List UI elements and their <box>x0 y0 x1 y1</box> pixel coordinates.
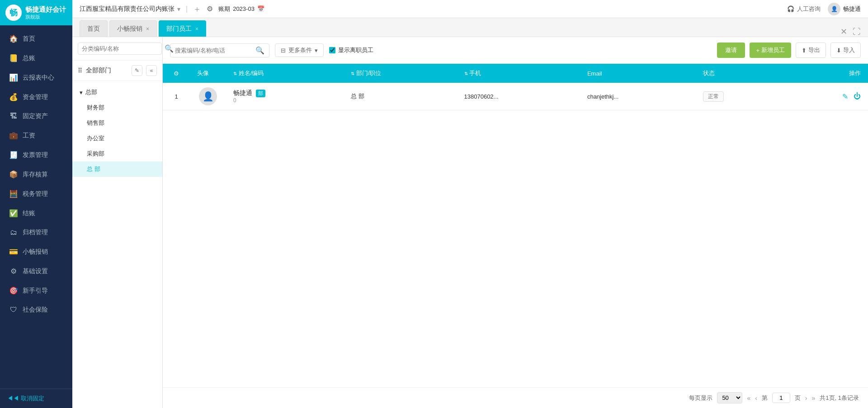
dept-collapse-icon[interactable]: « <box>146 65 157 76</box>
col-status-label: 状态 <box>703 70 715 76</box>
first-page-button[interactable]: « <box>747 394 750 402</box>
toolbar-actions: 邀请 + 新增员工 ⬆ 导出 ⬇ 导入 <box>717 43 861 58</box>
row-index: 1 <box>163 83 190 110</box>
show-resigned-checkbox-label[interactable]: 显示离职员工 <box>329 46 373 54</box>
tab-close-all-icon[interactable]: ✕ <box>840 27 847 37</box>
all-dept-header[interactable]: ⠿ 全部部门 ✎ « <box>72 61 162 81</box>
sidebar-item-invoice[interactable]: 🧾 发票管理 <box>0 145 72 165</box>
dept-badge: 部 <box>256 90 265 97</box>
name-container: 畅捷通 部 <box>233 89 336 97</box>
col-action-label: 操作 <box>849 70 861 76</box>
support-button[interactable]: 🎧 人工咨询 <box>787 5 821 13</box>
import-icon: ⬇ <box>836 47 841 54</box>
ledger-icon: 📒 <box>9 54 18 62</box>
avatar: 👤 <box>828 3 840 15</box>
user-menu[interactable]: 👤 畅捷通 <box>828 3 861 15</box>
add-employee-button[interactable]: + 新增员工 <box>750 43 791 58</box>
topbar-gear-button[interactable]: ⚙ <box>207 5 213 13</box>
invite-button[interactable]: 邀请 <box>717 43 745 58</box>
topbar-period: 账期 2023-03 📅 <box>218 5 264 13</box>
sidebar-item-insurance[interactable]: 🛡 社会保险 <box>0 300 72 319</box>
export-button[interactable]: ⬆ 导出 <box>796 43 826 58</box>
show-resigned-checkbox[interactable] <box>329 47 335 53</box>
import-button[interactable]: ⬇ 导入 <box>830 43 861 58</box>
support-label: 人工咨询 <box>797 5 821 13</box>
company-selector[interactable]: 江西服宝精品有限责任公司内账张 ▾ <box>80 5 180 13</box>
filter-icon: ⊟ <box>281 47 286 54</box>
col-settings[interactable]: ⚙ <box>163 64 190 83</box>
prev-page-button[interactable]: ‹ <box>755 394 757 402</box>
dept-finance-label: 财务部 <box>87 104 104 112</box>
row-name-cell: 畅捷通 部 0 <box>226 83 344 110</box>
col-phone-header[interactable]: ⇅ 手机 <box>457 64 580 83</box>
tab-home[interactable]: 首页 <box>80 20 108 37</box>
dept-edit-icon[interactable]: ✎ <box>132 65 142 76</box>
sort-icon-dept: ⇅ <box>351 71 354 76</box>
tab-expand-icon[interactable]: ⛶ <box>853 27 861 37</box>
employee-search-input[interactable] <box>175 47 252 54</box>
sidebar-item-guide[interactable]: 🎯 新手引导 <box>0 281 72 300</box>
sidebar-item-inventory-label: 库存核算 <box>23 171 48 179</box>
dept-item-purchase[interactable]: 采购部 <box>72 146 162 161</box>
row-phone-cell: 138070602... <box>457 83 580 110</box>
sidebar-item-invoice-label: 发票管理 <box>23 151 48 159</box>
next-page-button[interactable]: › <box>805 394 807 402</box>
pagination-bar: 每页显示 50 10 20 100 « ‹ 第 页 › » 共1页, 1条记录 <box>163 387 868 408</box>
last-page-button[interactable]: » <box>812 394 816 402</box>
sidebar-item-ledger[interactable]: 📒 总账 <box>0 48 72 68</box>
sidebar-item-archive-label: 归档管理 <box>23 228 48 237</box>
sidebar-item-salary[interactable]: 💼 工资 <box>0 126 72 145</box>
page-input[interactable] <box>772 393 790 403</box>
dept-sales-label: 销售部 <box>87 119 104 127</box>
employee-toolbar: 🔍 ⊟ 更多条件 ▾ 显示离职员工 邀请 + 新增员工 <box>163 37 868 64</box>
row-name: 畅捷通 <box>233 89 252 97</box>
archive-icon: 🗂 <box>9 228 18 237</box>
filter-label: 更多条件 <box>288 46 312 54</box>
calendar-icon[interactable]: 📅 <box>257 5 264 12</box>
period-value: 2023-03 <box>233 5 255 12</box>
tab-expense[interactable]: 小畅报销 × <box>109 20 157 37</box>
tax-icon: 🧮 <box>9 190 18 198</box>
row-code: 0 <box>233 97 336 104</box>
row-dept-cell: 总 部 <box>344 83 457 110</box>
classify-search-input[interactable] <box>78 43 162 55</box>
more-filter-button[interactable]: ⊟ 更多条件 ▾ <box>275 43 324 57</box>
dept-item-sales[interactable]: 销售部 <box>72 115 162 131</box>
logo[interactable]: 畅 畅捷通好会计 旗舰版 <box>0 0 72 25</box>
sidebar-item-home[interactable]: 🏠 首页 <box>0 29 72 48</box>
sidebar-item-checkout[interactable]: ✅ 结账 <box>0 204 72 223</box>
dept-item-general[interactable]: 总 部 <box>72 161 162 177</box>
dept-item-zongbu[interactable]: ▾ 总部 <box>72 85 162 100</box>
sidebar-item-settings[interactable]: ⚙ 基础设置 <box>0 261 72 281</box>
sidebar-item-expense[interactable]: 💳 小畅报销 <box>0 242 72 261</box>
col-dept-header[interactable]: ⇅ 部门/职位 <box>344 64 457 83</box>
export-icon: ⬆ <box>802 47 807 54</box>
per-page-select[interactable]: 50 10 20 100 <box>717 392 742 403</box>
tab-expense-close[interactable]: × <box>146 26 149 32</box>
employee-search-icon[interactable]: 🔍 <box>255 46 264 55</box>
sidebar-item-tax[interactable]: 🧮 税务管理 <box>0 184 72 204</box>
dept-item-office[interactable]: 办公室 <box>72 131 162 146</box>
logo-subtitle: 旗舰版 <box>25 14 66 20</box>
filter-chevron-icon: ▾ <box>315 47 318 54</box>
sidebar-item-archive[interactable]: 🗂 归档管理 <box>0 223 72 242</box>
tab-dept-employee[interactable]: 部门员工 × <box>159 20 206 37</box>
tabs-actions: ✕ ⛶ <box>840 27 861 37</box>
guide-icon: 🎯 <box>9 286 18 295</box>
topbar-separator: | <box>186 5 188 13</box>
sidebar-item-funds[interactable]: 💰 资金管理 <box>0 87 72 107</box>
employee-search-box[interactable]: 🔍 <box>170 43 269 57</box>
sidebar-item-assets[interactable]: 🏗 固定资产 <box>0 107 72 126</box>
sidebar: 畅 畅捷通好会计 旗舰版 🏠 首页 📒 总账 📊 云报表中心 💰 资金管理 🏗 … <box>0 0 72 408</box>
edit-icon[interactable]: ✎ <box>842 92 848 101</box>
per-page-label: 每页显示 <box>689 394 712 402</box>
sidebar-item-reports[interactable]: 📊 云报表中心 <box>0 68 72 87</box>
logout-icon[interactable]: ⏻ <box>854 92 861 100</box>
topbar-add-button[interactable]: ＋ <box>193 4 201 14</box>
sidebar-item-inventory[interactable]: 📦 库存核算 <box>0 165 72 184</box>
checkout-icon: ✅ <box>9 209 18 218</box>
tab-dept-close[interactable]: × <box>195 26 198 32</box>
dept-item-finance[interactable]: 财务部 <box>72 100 162 115</box>
col-name-header[interactable]: ⇅ 姓名/编码 <box>226 64 344 83</box>
cancel-pin-button[interactable]: ◀◀ 取消固定 <box>0 389 72 408</box>
